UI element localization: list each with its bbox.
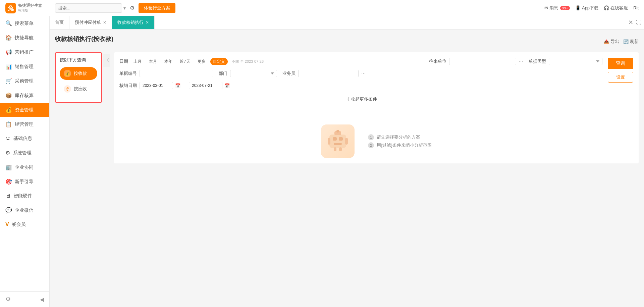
user-name[interactable]: Rit (633, 5, 639, 10)
doc-num-input[interactable] (140, 70, 213, 77)
operations-icon: 📋 (5, 121, 12, 127)
search-menu-icon: 🔍 (5, 20, 12, 27)
unit-input[interactable] (449, 58, 516, 65)
tab-home[interactable]: 首页 (50, 16, 69, 29)
sidebar-item-finance[interactable]: 💰 资金管理 (0, 103, 49, 117)
system-icon: ⚙ (5, 150, 10, 156)
tab-prepay-close-icon[interactable]: ✕ (103, 20, 106, 25)
main-content: 收款核销执行(按收款) 📤 导出 🔄 刷新 按以下方查询 💰 按收款 ⏱ (50, 30, 644, 307)
app-edition: 标准版 (18, 8, 42, 13)
date-this-year[interactable]: 本年 (162, 58, 175, 65)
header-right: ✉ 消息 99+ 📱 App下载 🎧 在线客服 Rit (544, 5, 639, 11)
sidebar-item-enterprise[interactable]: 🏢 企业协同 (0, 160, 49, 174)
staff-more-icon[interactable]: ··· (361, 70, 366, 76)
sidebar-item-wechat[interactable]: 💬 企业微信 (0, 203, 49, 217)
query-button[interactable]: 查询 (608, 58, 633, 69)
sidebar-item-search-menu[interactable]: 🔍 搜索菜单 (0, 16, 49, 31)
app-download-button[interactable]: 📱 App下载 (575, 5, 598, 11)
svg-rect-7 (339, 147, 342, 151)
writeoff-date-label: 核销日期 (119, 83, 137, 89)
tab-writeoff[interactable]: 收款核销执行 ✕ (112, 16, 155, 29)
finance-icon: 💰 (5, 107, 12, 113)
sidebar-item-hardware[interactable]: 🖥 智能硬件 (0, 189, 49, 203)
empty-state: 1 请先选择要分析的方案 2 用[过滤]条件来缩小分析范围 (119, 124, 633, 158)
date-this-month[interactable]: 本月 (146, 58, 160, 65)
calendar-start-icon[interactable]: 📅 (175, 83, 180, 88)
tab-writeoff-close-icon[interactable]: ✕ (146, 20, 149, 25)
unit-field: 往来单位 ··· (429, 58, 523, 65)
staff-input[interactable] (298, 70, 359, 77)
message-icon: ✉ (544, 5, 548, 10)
sidebar-item-label: 企业协同 (15, 164, 34, 170)
page-title: 收款核销执行(按收款) (55, 35, 113, 43)
sidebar-item-basic-info[interactable]: 🗂 基础信息 (0, 132, 49, 146)
unit-more-icon[interactable]: ··· (519, 58, 523, 64)
doc-type-select[interactable] (549, 58, 602, 65)
sidebar-item-quick-nav[interactable]: 🏠 快捷导航 (0, 31, 49, 45)
collapse-more-button[interactable]: 《 收起更多条件 (119, 94, 602, 104)
collapse-up-icon: 《 (345, 96, 350, 102)
logo-area: 兔 畅捷通好生意 标准版 (5, 3, 55, 13)
refresh-button[interactable]: 🔄 刷新 (623, 39, 639, 45)
filter-by-receivable[interactable]: ⏱ 按应收 (60, 83, 97, 95)
export-button[interactable]: 📤 导出 (604, 39, 619, 45)
sidebar-item-guide[interactable]: 🎯 新手引导 (0, 174, 49, 189)
sidebar-item-marketing[interactable]: 📢 营销推广 (0, 45, 49, 59)
date-last-month[interactable]: 上月 (131, 58, 144, 65)
tab-close-all-icon[interactable]: ✕ (628, 19, 633, 26)
filter-panel: 按以下方查询 💰 按收款 ⏱ 按应收 (55, 52, 102, 103)
date-more[interactable]: 更多 (195, 58, 208, 65)
sidebar-item-sales[interactable]: 📊 销售管理 (0, 59, 49, 74)
solution-button[interactable]: 体验行业方案 (139, 3, 175, 13)
writeoff-end-date[interactable] (189, 82, 222, 89)
query-row-1: 日期 上月 本月 本年 近7天 更多 自定义 不限 至 2023-07-26 (119, 58, 602, 65)
sidebar-settings-icon[interactable]: ⚙ (5, 296, 11, 303)
panel-collapse-button[interactable]: 《 (103, 54, 110, 67)
sidebar-item-purchase[interactable]: 🛒 采购管理 (0, 74, 49, 88)
sidebar-item-label: 快捷导航 (15, 35, 34, 41)
date-custom[interactable]: 自定义 (210, 58, 228, 65)
header-search-input[interactable] (55, 3, 122, 13)
date-last-7days[interactable]: 近7天 (177, 58, 193, 65)
hardware-icon: 🖥 (5, 193, 11, 199)
empty-tips: 1 请先选择要分析的方案 2 用[过滤]条件来缩小分析范围 (368, 134, 431, 148)
marketing-icon: 📢 (5, 49, 12, 55)
message-button[interactable]: ✉ 消息 99+ (544, 5, 570, 11)
calendar-end-icon[interactable]: 📅 (224, 83, 230, 88)
sidebar-item-operations[interactable]: 📋 经营管理 (0, 117, 49, 132)
sidebar-item-inventory[interactable]: 📦 库存核算 (0, 88, 49, 103)
svg-rect-1 (333, 137, 337, 141)
doc-type-label: 单据类型 (529, 58, 546, 64)
member-icon: V (5, 221, 9, 227)
online-service-button[interactable]: 🎧 在线客服 (604, 5, 628, 11)
tab-prepay[interactable]: 预付冲应付单 ✕ (69, 16, 112, 29)
sidebar-collapse-icon[interactable]: ◀ (40, 296, 44, 303)
tab-writeoff-label: 收款核销执行 (117, 19, 144, 25)
dept-select[interactable] (230, 70, 277, 77)
action-buttons: 查询 设置 (608, 58, 633, 104)
tip-num-1: 1 (368, 134, 374, 140)
app-name: 畅捷通好生意 (18, 3, 42, 8)
settings-button[interactable]: 设置 (608, 72, 633, 83)
sidebar-item-label: 资金管理 (15, 107, 34, 113)
tab-home-label: 首页 (55, 19, 64, 25)
online-service-label: 在线客服 (610, 5, 628, 11)
sidebar-item-label: 智能硬件 (13, 193, 32, 199)
filter-by-receipt[interactable]: 💰 按收款 (60, 67, 97, 80)
top-header: 兔 畅捷通好生意 标准版 ▾ ⚙ 体验行业方案 ✉ 消息 99+ 📱 App下载… (0, 0, 644, 16)
filter-panel-title: 按以下方查询 (60, 57, 97, 63)
sidebar-item-label: 经营管理 (15, 121, 34, 127)
doc-type-field: 单据类型 (529, 58, 602, 65)
receipt-icon: 💰 (64, 70, 71, 77)
empty-tip-1: 1 请先选择要分析的方案 (368, 134, 431, 140)
sales-icon: 📊 (5, 63, 12, 70)
header-search-dropdown-icon[interactable]: ▾ (123, 5, 126, 11)
doc-num-field: 单据编号 (119, 70, 213, 77)
sidebar-item-system[interactable]: ⚙ 系统管理 (0, 146, 49, 160)
header-search-area: ▾ ⚙ 体验行业方案 (55, 3, 544, 13)
query-form-wrapper: 日期 上月 本月 本年 近7天 更多 自定义 不限 至 2023-07-26 (119, 58, 633, 104)
sidebar-item-member[interactable]: V 畅会员 (0, 217, 49, 232)
writeoff-start-date[interactable] (140, 82, 173, 89)
header-gear-icon[interactable]: ⚙ (130, 5, 135, 11)
tab-maximize-icon[interactable]: ⛶ (636, 19, 641, 25)
